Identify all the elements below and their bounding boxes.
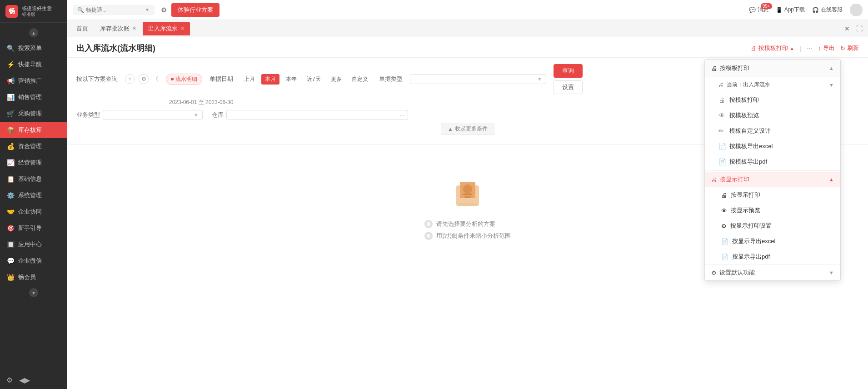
tpd-display-section-header[interactable]: 🖨 按显示打印 ▲ <box>705 172 840 187</box>
filter-collapse-btn[interactable]: 《 <box>152 75 159 83</box>
footer-chevron: ▼ <box>829 270 834 275</box>
svg-point-2 <box>463 185 472 194</box>
sidebar-item-guide[interactable]: 🎯 新手引导 <box>0 220 67 236</box>
tpd-header: 🖨 按模板打印 ▲ <box>705 60 840 77</box>
settings-footer-icon[interactable]: ⚙ <box>6 376 13 384</box>
tpd-display-print[interactable]: 🖨 按显示打印 <box>705 187 840 203</box>
tpd-printer-icon: 🖨 <box>718 96 726 104</box>
date-btn-this-month[interactable]: 本月 <box>261 74 279 85</box>
refresh-btn[interactable]: ↻ 刷新 <box>840 44 859 52</box>
tpd-item-template-print[interactable]: 🖨 按模板打印 <box>705 92 840 108</box>
message-badge: 99+ <box>761 3 772 9</box>
warehouse-select[interactable]: ··· <box>226 110 408 120</box>
more-actions-icon[interactable]: ··· <box>807 44 813 52</box>
scroll-down-btn[interactable]: ▼ <box>29 288 38 297</box>
svg-rect-3 <box>463 194 472 195</box>
tpd-item-export-excel[interactable]: 📄 按模板导出excel <box>705 139 840 154</box>
doc-type-select[interactable]: ▼ <box>410 74 546 84</box>
sidebar-item-appcenter[interactable]: 🔲 应用中心 <box>0 236 67 253</box>
app-download-btn[interactable]: 📱 App下载 <box>776 6 805 14</box>
warehouse-field: 仓库 ··· <box>212 110 408 120</box>
tab-home[interactable]: 首页 <box>71 22 94 35</box>
tpd-footer[interactable]: ⚙ 设置默认功能 ▼ <box>705 264 840 280</box>
tpd-header-chevron[interactable]: ▲ <box>829 65 834 71</box>
sidebar-item-sales[interactable]: 📊 销售管理 <box>0 89 67 105</box>
topbar-search-box[interactable]: 🔍 ▼ <box>73 5 155 15</box>
tab-close-all-icon[interactable]: ✕ <box>843 24 852 33</box>
sidebar-item-marketing[interactable]: 📢 营销推广 <box>0 73 67 89</box>
filter-add-btn[interactable]: + <box>125 74 135 84</box>
user-avatar[interactable] <box>850 4 863 16</box>
sidebar-item-operations[interactable]: 📈 经营管理 <box>0 155 67 171</box>
sidebar-item-inventory[interactable]: 📦 库存核算 <box>0 122 67 138</box>
purchase-icon: 🛒 <box>6 110 15 118</box>
collapse-sidebar-icon[interactable]: ◀▶ <box>19 376 30 384</box>
display-section-chevron[interactable]: ▲ <box>829 177 834 182</box>
tpd-display-preview[interactable]: 👁 按显示预览 <box>705 203 840 218</box>
date-field-label: 单据日期 <box>210 75 233 83</box>
sidebar-item-purchase[interactable]: 🛒 采购管理 <box>0 105 67 122</box>
biz-type-field: 业务类型 ▼ <box>76 110 203 120</box>
sidebar: 畅 畅捷通好生意 标准版 ▲ 🔍 搜索菜单 ⚡ 快捷导航 📢 营销推广 📊 销售… <box>0 0 67 389</box>
footer-settings-icon: ⚙ <box>711 269 717 276</box>
tab-inventory-batch-close[interactable]: ✕ <box>132 25 136 31</box>
current-chevron[interactable]: ▼ <box>829 82 834 88</box>
tab-inout-flow[interactable]: 出入库流水 ✕ <box>143 22 190 35</box>
topbar-right: 💬 消息 99+ 📱 App下载 🎧 在线客服 <box>749 4 863 16</box>
topbar-gear-icon[interactable]: ⚙ <box>161 6 167 14</box>
template-print-btn[interactable]: 🖨 按模板打印 ▲ <box>751 44 794 52</box>
collapse-more-btn[interactable]: ▲ 收起更多条件 <box>441 123 494 135</box>
tpd-item-template-preview[interactable]: 👁 按模板预览 <box>705 108 840 123</box>
finance-icon: 💰 <box>6 142 15 150</box>
tpd-preview-icon: 👁 <box>718 112 726 119</box>
tab-inventory-batch[interactable]: 库存批次账 ✕ <box>95 22 142 35</box>
tpd-display-export-excel[interactable]: 📄 按显示导出excel <box>705 234 840 249</box>
tpd-item-template-custom[interactable]: ✏ 模板自定义设计 <box>705 123 840 139</box>
message-icon: 💬 <box>749 7 756 13</box>
tpd-custom-icon: ✏ <box>718 127 726 135</box>
sidebar-item-search[interactable]: 🔍 搜索菜单 <box>0 40 67 56</box>
date-btn-7days[interactable]: 近7天 <box>303 74 324 85</box>
sidebar-item-basic[interactable]: 📋 基础信息 <box>0 171 67 187</box>
search-input[interactable] <box>86 7 145 13</box>
phone-icon: 📱 <box>776 7 783 13</box>
template-print-dropdown: 🖨 按模板打印 ▲ 🖨 当前：出入库流水 ▼ 🖨 按模板打印 <box>704 59 841 281</box>
message-btn[interactable]: 💬 消息 99+ <box>749 6 768 14</box>
sidebar-item-membership[interactable]: 👑 畅会员 <box>0 269 67 285</box>
filter-settings-btn[interactable]: ⚙ <box>139 74 149 84</box>
tab-inout-flow-close[interactable]: ✕ <box>180 25 185 31</box>
settings-query-btn[interactable]: 设置 <box>554 80 583 94</box>
export-btn[interactable]: ↑ 导出 <box>818 44 835 52</box>
date-btn-more[interactable]: 更多 <box>327 74 345 85</box>
sidebar-item-finance[interactable]: 💰 资金管理 <box>0 138 67 155</box>
sidebar-item-wechat[interactable]: 💬 企业微信 <box>0 253 67 269</box>
scroll-up-btn[interactable]: ▲ <box>29 28 38 37</box>
tpd-main-section: 🖨 当前：出入库流水 ▼ 🖨 按模板打印 👁 按模板预览 ✏ 模板自定义设计 <box>705 77 840 170</box>
appcenter-icon: 🔲 <box>6 240 15 249</box>
tpd-pdf-icon: 📄 <box>718 158 726 165</box>
biz-type-select[interactable]: ▼ <box>103 110 203 120</box>
sidebar-item-system[interactable]: ⚙️ 系统管理 <box>0 187 67 204</box>
display-settings-icon: ⚙ <box>721 223 727 229</box>
tpd-display-export-pdf[interactable]: 📄 按显示导出pdf <box>705 249 840 264</box>
tabbar: 首页 库存批次账 ✕ 出入库流水 ✕ ✕ ⛶ <box>67 20 868 37</box>
tpd-display-print-settings[interactable]: ⚙ 按显示打印设置 <box>705 218 840 234</box>
date-btn-custom[interactable]: 自定义 <box>348 74 372 85</box>
sidebar-nav: ▲ 🔍 搜索菜单 ⚡ 快捷导航 📢 营销推广 📊 销售管理 🛒 采购管理 📦 库… <box>0 23 67 371</box>
date-btn-this-year[interactable]: 本年 <box>282 74 300 85</box>
date-btn-last-month[interactable]: 上月 <box>240 74 259 85</box>
logo-icon: 畅 <box>5 5 18 18</box>
sidebar-item-cooperation[interactable]: 🤝 企业协同 <box>0 204 67 220</box>
tpd-item-export-pdf[interactable]: 📄 按模板导出pdf <box>705 154 840 170</box>
tab-expand-icon[interactable]: ⛶ <box>854 24 864 33</box>
trial-btn[interactable]: 体验行业方案 <box>171 3 219 17</box>
page-actions: 🖨 按模板打印 ▲ | ··· ↑ 导出 ↻ 刷新 <box>751 44 859 52</box>
display-preview-icon: 👁 <box>721 207 727 214</box>
sales-icon: 📊 <box>6 93 15 101</box>
online-service-btn[interactable]: 🎧 在线客服 <box>812 6 843 14</box>
tpd-current-label: 🖨 当前：出入库流水 ▼ <box>705 77 840 92</box>
filter-chip[interactable]: 流水明细 <box>166 74 202 85</box>
query-btn[interactable]: 查询 <box>554 64 583 78</box>
printer-header-icon: 🖨 <box>711 65 717 72</box>
sidebar-item-quicknav[interactable]: ⚡ 快捷导航 <box>0 56 67 73</box>
